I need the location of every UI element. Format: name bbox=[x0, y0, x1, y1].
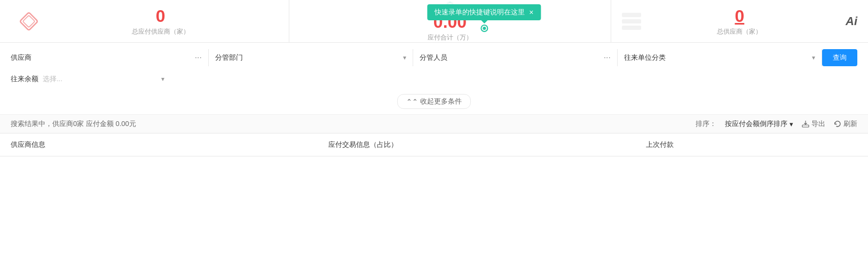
tooltip-close-button[interactable]: × bbox=[529, 9, 533, 16]
filter-row-2: 往来余额 选择... ▾ bbox=[11, 70, 857, 91]
filter-row-1: 供应商 ··· 分管部门 ▾ 分管人员 ··· 往来单位分类 ▾ 查询 bbox=[11, 49, 857, 66]
refresh-label: 刷新 bbox=[843, 119, 857, 129]
person-input[interactable] bbox=[452, 54, 604, 62]
filter-section: 供应商 ··· 分管部门 ▾ 分管人员 ··· 往来单位分类 ▾ 查询 往来余额… bbox=[0, 43, 868, 115]
balance-dropdown-icon[interactable]: ▾ bbox=[161, 75, 164, 83]
export-button[interactable]: 导出 bbox=[802, 119, 825, 129]
sort-dropdown-icon[interactable]: ▾ bbox=[790, 120, 793, 128]
person-label: 分管人员 bbox=[420, 53, 447, 62]
table-body bbox=[0, 156, 868, 275]
stat-payable-total: 0.00 应付合计（万） 快速录单的快捷键说明在这里 × bbox=[289, 0, 611, 42]
collapse-bar: ⌃⌃ 收起更多条件 bbox=[11, 91, 857, 110]
col-last-payment: 上次付款 bbox=[646, 140, 858, 150]
unit-dropdown-icon[interactable]: ▾ bbox=[812, 54, 815, 61]
person-filter[interactable]: 分管人员 ··· bbox=[413, 49, 618, 66]
refresh-button[interactable]: 刷新 bbox=[834, 119, 857, 129]
unit-label: 往来单位分类 bbox=[624, 53, 666, 62]
total-payable-label: 总应付供应商（家） bbox=[132, 27, 190, 36]
query-button[interactable]: 查询 bbox=[822, 49, 857, 66]
tooltip-text: 快速录单的快捷键说明在这里 bbox=[435, 7, 525, 17]
total-suppliers-label: 总供应商（家） bbox=[717, 27, 762, 36]
col-supplier-info: 供应商信息 bbox=[11, 140, 328, 150]
ai-badge: Ai bbox=[846, 14, 857, 28]
balance-label: 往来余额 bbox=[11, 74, 38, 84]
dept-filter[interactable]: 分管部门 ▾ bbox=[209, 49, 413, 66]
unit-input[interactable] bbox=[670, 54, 812, 62]
sort-value: 按应付会额倒序排序 bbox=[725, 119, 787, 129]
diamond-icon bbox=[16, 9, 42, 34]
dept-dropdown-icon[interactable]: ▾ bbox=[403, 54, 406, 61]
stat-total-payable-suppliers: 0 总应付供应商（家） bbox=[0, 0, 289, 42]
col-payable-transaction: 应付交易信息（占比） bbox=[328, 140, 646, 150]
total-suppliers-number: 0 bbox=[735, 6, 744, 26]
refresh-icon bbox=[834, 120, 841, 128]
svg-point-6 bbox=[449, 2, 451, 3]
sort-label: 排序： bbox=[696, 119, 716, 129]
supplier-filter[interactable]: 供应商 ··· bbox=[11, 49, 209, 66]
sort-select[interactable]: 按应付会额倒序排序 ▾ bbox=[725, 119, 793, 129]
unit-filter[interactable]: 往来单位分类 ▾ bbox=[618, 49, 822, 66]
payable-total-label: 应付合计（万） bbox=[428, 33, 472, 42]
total-payable-number: 0 bbox=[156, 6, 165, 26]
collapse-up-icon: ⌃⌃ bbox=[406, 98, 418, 106]
balance-filter[interactable]: 往来余额 选择... ▾ bbox=[11, 70, 171, 88]
dept-label: 分管部门 bbox=[215, 53, 243, 62]
results-info: 搜索结果中，供应商0家 应付金额 0.00元 bbox=[11, 119, 136, 129]
stat-total-suppliers: 0 总供应商（家） Ai bbox=[611, 0, 868, 42]
dept-input[interactable] bbox=[247, 54, 403, 62]
shortcut-tooltip: 快速录单的快捷键说明在这里 × bbox=[427, 4, 541, 20]
balance-placeholder: 选择... bbox=[43, 74, 62, 84]
svg-rect-0 bbox=[20, 12, 38, 30]
person-more-icon[interactable]: ··· bbox=[604, 53, 611, 62]
stats-bar: 0 总应付供应商（家） 0.00 应付合计（万） 快速录单的快捷键说明在这里 × bbox=[0, 0, 868, 43]
tooltip-dot bbox=[482, 26, 487, 31]
results-actions: 排序： 按应付会额倒序排序 ▾ 导出 刷新 bbox=[696, 119, 857, 129]
export-label: 导出 bbox=[811, 119, 825, 129]
export-icon bbox=[802, 120, 809, 128]
table-header: 供应商信息 应付交易信息（占比） 上次付款 bbox=[0, 133, 868, 156]
svg-rect-7 bbox=[802, 125, 809, 127]
supplier-input[interactable] bbox=[36, 54, 195, 62]
supplier-label: 供应商 bbox=[11, 53, 31, 62]
collapse-button[interactable]: ⌃⌃ 收起更多条件 bbox=[397, 94, 471, 109]
results-bar: 搜索结果中，供应商0家 应付金额 0.00元 排序： 按应付会额倒序排序 ▾ 导… bbox=[0, 115, 868, 133]
collapse-label: 收起更多条件 bbox=[420, 97, 462, 106]
supplier-more-icon[interactable]: ··· bbox=[195, 53, 202, 62]
